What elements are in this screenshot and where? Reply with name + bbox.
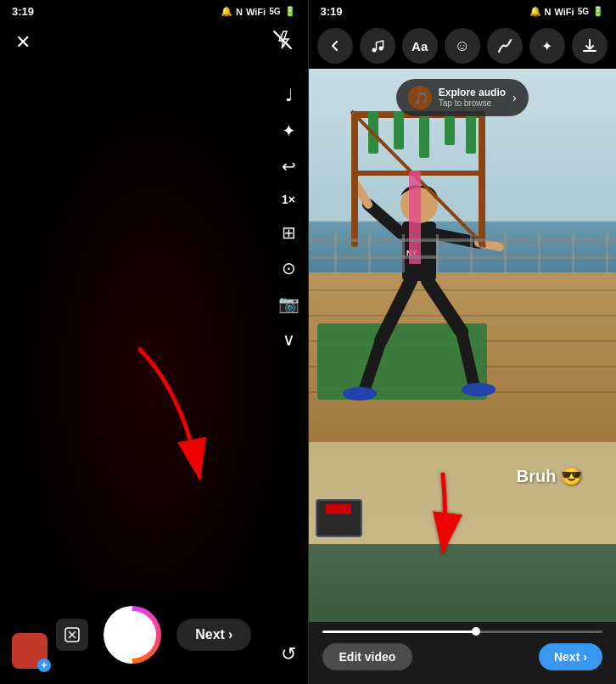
next-button[interactable]: Next › — [176, 619, 251, 651]
explore-audio-title: Explore audio — [439, 87, 506, 98]
svg-text:🎵: 🎵 — [414, 91, 429, 105]
svg-rect-29 — [466, 111, 476, 154]
record-button[interactable] — [104, 606, 161, 664]
svg-rect-44 — [572, 234, 574, 272]
sticker-icon: ☺ — [455, 37, 470, 55]
move-button[interactable]: ✦ — [529, 28, 565, 64]
next-right-chevron: › — [583, 650, 587, 664]
bruh-text-overlay[interactable]: Bruh 😎 — [517, 466, 582, 486]
video-scrubber[interactable] — [322, 631, 603, 633]
grid-tool-button[interactable]: ⊞ — [282, 224, 296, 241]
effects-tool-button[interactable]: ✦ — [282, 122, 296, 139]
left-panel: 3:19 🔔 N WiFi 5G 🔋 ✕ ♩ ✦ ↩ — [0, 0, 308, 684]
red-arrow-left — [123, 341, 225, 497]
red-arrow-right — [400, 466, 485, 571]
music-icon — [369, 37, 386, 54]
next-button-right[interactable]: Next › — [539, 643, 602, 670]
back-button[interactable] — [317, 28, 353, 64]
svg-line-14 — [381, 281, 411, 340]
draw-icon — [496, 37, 513, 54]
top-bar-left: ✕ — [0, 23, 308, 61]
scrubber-progress — [322, 631, 477, 633]
svg-rect-35 — [309, 238, 617, 242]
move-icon: ✦ — [541, 38, 552, 54]
undo-tool-button[interactable]: ↩ — [282, 158, 296, 175]
download-icon — [581, 37, 598, 54]
next-right-label: Next — [554, 650, 580, 664]
fence-area — [309, 226, 617, 277]
next-chevron: › — [228, 627, 232, 642]
next-label: Next — [195, 627, 225, 642]
svg-rect-27 — [419, 111, 429, 158]
camera-preview — [0, 61, 308, 592]
svg-line-17 — [428, 281, 462, 332]
svg-rect-42 — [504, 234, 507, 272]
camera-toolbar: ♩ ✦ ↩ 1× ⊞ ⊙ 📷 ∨ — [278, 87, 300, 348]
flash-off-icon — [272, 30, 293, 50]
timer-tool-button[interactable]: ⊙ — [282, 260, 296, 277]
text-icon: Aa — [412, 39, 428, 53]
notification-icon: 🔔 — [221, 6, 232, 17]
camera-flip-button[interactable]: 📷 — [278, 295, 300, 312]
status-icons-left: 🔔 N WiFi 5G 🔋 — [221, 6, 295, 17]
status-bar-left: 3:19 🔔 N WiFi 5G 🔋 — [0, 0, 308, 23]
speed-tool-button[interactable]: 1× — [282, 193, 295, 205]
svg-rect-43 — [538, 234, 540, 272]
sticker-button[interactable]: ☺ — [445, 28, 480, 64]
svg-point-16 — [343, 387, 377, 401]
audio-avatar: 🎵 — [408, 86, 432, 109]
music-tool-button[interactable]: ♩ — [285, 87, 293, 104]
wifi-icon: WiFi — [246, 7, 266, 17]
arrow-left-svg — [123, 341, 225, 494]
right-panel: 3:19 🔔 N WiFi 5G 🔋 Aa ☺ — [309, 0, 617, 684]
download-button[interactable] — [572, 28, 608, 64]
delete-icon — [64, 626, 81, 643]
video-content: NY — [309, 69, 617, 622]
draw-button[interactable] — [487, 28, 523, 64]
signal-icon-r: 5G — [578, 7, 589, 16]
music-button[interactable] — [360, 28, 395, 64]
time-right: 3:19 — [321, 5, 343, 18]
svg-rect-39 — [402, 234, 405, 272]
equipment-display — [326, 504, 351, 514]
signal-icon: 5G — [269, 7, 280, 16]
explore-audio-subtitle: Tap to browse — [439, 98, 506, 109]
equipment-box — [316, 499, 362, 537]
arrow-right-svg — [400, 466, 485, 568]
back-icon — [328, 38, 343, 53]
status-bar-right: 3:19 🔔 N WiFi 5G 🔋 — [309, 0, 617, 23]
svg-rect-38 — [368, 234, 371, 272]
svg-line-18 — [462, 332, 474, 387]
delete-clip-button[interactable] — [56, 619, 88, 651]
gallery-thumbnail[interactable]: + — [12, 633, 48, 669]
flash-button[interactable] — [272, 30, 293, 54]
svg-rect-28 — [445, 111, 455, 145]
svg-rect-36 — [309, 255, 617, 259]
fence-svg — [309, 226, 617, 277]
text-button[interactable]: Aa — [402, 28, 438, 64]
time-left: 3:19 — [12, 5, 34, 18]
explore-audio-text: Explore audio Tap to browse — [439, 87, 506, 109]
svg-rect-40 — [436, 234, 439, 272]
svg-line-15 — [364, 340, 381, 391]
battery-icon: 🔋 — [284, 6, 296, 17]
svg-rect-37 — [334, 234, 337, 272]
explore-audio-pill[interactable]: 🎵 Explore audio Tap to browse › — [396, 79, 529, 116]
svg-rect-45 — [606, 234, 608, 272]
more-tools-button[interactable]: ∨ — [283, 331, 295, 348]
wifi-icon-r: WiFi — [555, 7, 574, 17]
record-ring-inner — [109, 611, 156, 659]
close-button[interactable]: ✕ — [15, 33, 31, 52]
battery-icon-r: 🔋 — [592, 6, 604, 17]
edit-video-button[interactable]: Edit video — [322, 643, 413, 670]
scrubber-thumb — [472, 627, 480, 636]
add-media-icon: + — [37, 659, 51, 672]
audio-avatar-img: 🎵 — [408, 86, 432, 109]
rotate-button[interactable]: ↺ — [281, 643, 296, 665]
story-editor-toolbar: Aa ☺ ✦ — [309, 23, 617, 69]
svg-point-19 — [462, 383, 496, 396]
video-bottom-bar: Edit video Next › — [309, 622, 617, 684]
svg-rect-26 — [394, 111, 404, 149]
n-icon: N — [236, 7, 243, 17]
explore-audio-chevron: › — [512, 91, 517, 104]
